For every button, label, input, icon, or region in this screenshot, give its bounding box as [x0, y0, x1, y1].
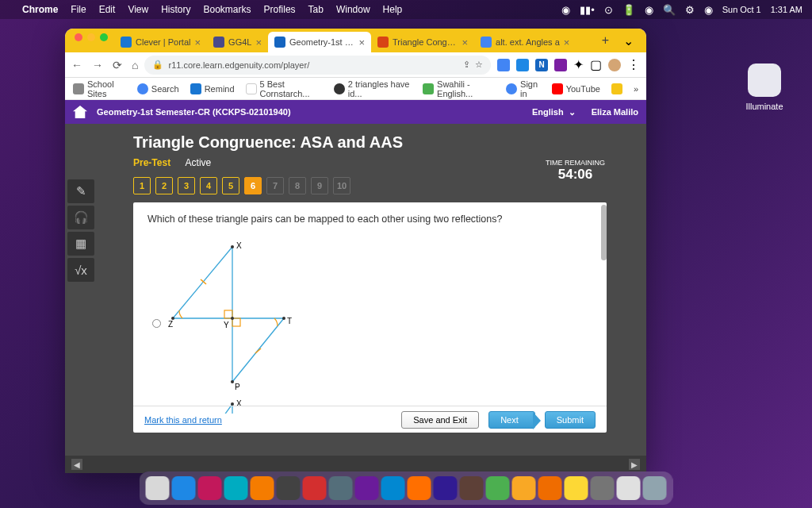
menu-view[interactable]: View: [128, 4, 148, 15]
menu-help[interactable]: Help: [383, 4, 403, 15]
bookmark-item[interactable]: YouTube: [552, 83, 600, 94]
control-center-icon[interactable]: ⚙: [685, 4, 695, 16]
dock-app[interactable]: [146, 476, 170, 500]
dock-app[interactable]: [198, 476, 222, 500]
question-number-10[interactable]: 10: [333, 177, 350, 194]
question-number-3[interactable]: 3: [178, 177, 195, 194]
close-tab-icon[interactable]: ×: [255, 37, 262, 48]
next-arrow[interactable]: ▶: [629, 459, 640, 470]
next-button[interactable]: Next: [488, 411, 535, 429]
address-bar[interactable]: 🔒 r11.core.learn.edgenuity.com/player/ ⇪…: [144, 56, 491, 75]
close-tab-icon[interactable]: ×: [358, 37, 365, 48]
close-tab-icon[interactable]: ×: [462, 37, 468, 48]
question-number-6[interactable]: 6: [244, 177, 262, 194]
menu-edit[interactable]: Edit: [99, 4, 116, 15]
menu-window[interactable]: Window: [336, 4, 370, 15]
reload-button[interactable]: ⟳: [113, 59, 122, 71]
dock-app[interactable]: [565, 476, 588, 500]
bookmark-item[interactable]: 2 triangles have id...: [334, 79, 412, 98]
new-tab-button[interactable]: +: [594, 33, 617, 48]
extension-icon[interactable]: [516, 59, 529, 71]
minimize-window-button[interactable]: [87, 33, 95, 41]
dock-app[interactable]: [643, 476, 667, 500]
menu-profiles[interactable]: Profiles: [264, 4, 296, 15]
home-button[interactable]: ⌂: [132, 59, 138, 71]
bookmark-item[interactable]: [611, 83, 622, 94]
maximize-window-button[interactable]: [100, 33, 108, 41]
browser-tab[interactable]: Clever | Portal×: [114, 32, 207, 52]
browser-tab[interactable]: Triangle Congrue×: [371, 32, 474, 52]
dock-app[interactable]: [434, 476, 458, 500]
question-number-2[interactable]: 2: [155, 177, 173, 194]
dock-app[interactable]: [303, 476, 327, 500]
save-exit-button[interactable]: Save and Exit: [401, 411, 479, 429]
dock-app[interactable]: [172, 476, 196, 500]
browser-tab[interactable]: Geometry-1st Se×: [268, 32, 371, 52]
screen-mirror-icon[interactable]: ⊙: [604, 4, 613, 16]
close-window-button[interactable]: [75, 33, 82, 41]
app-name[interactable]: Chrome: [22, 4, 58, 15]
close-tab-icon[interactable]: ×: [564, 37, 570, 48]
dock-app[interactable]: [617, 476, 641, 500]
question-number-9[interactable]: 9: [311, 177, 328, 194]
menubar-time[interactable]: 1:31 AM: [771, 5, 802, 14]
dock-app[interactable]: [512, 476, 536, 500]
formula-tool[interactable]: √x: [67, 258, 94, 282]
bookmark-item[interactable]: School Sites: [73, 79, 126, 98]
menu-tab[interactable]: Tab: [308, 4, 324, 15]
extension-icon[interactable]: [497, 59, 510, 71]
bookmark-item[interactable]: Remind: [190, 83, 235, 94]
wifi-icon[interactable]: ◉: [645, 4, 653, 16]
bookmark-item[interactable]: Search: [137, 83, 179, 94]
menu-bookmarks[interactable]: Bookmarks: [204, 4, 251, 15]
question-number-7[interactable]: 7: [266, 177, 284, 194]
dock-app[interactable]: [486, 476, 510, 500]
dock-app[interactable]: [277, 476, 301, 500]
browser-tab[interactable]: alt. ext. Angles a×: [474, 32, 576, 52]
question-number-1[interactable]: 1: [133, 177, 151, 194]
question-number-8[interactable]: 8: [289, 177, 306, 194]
forward-button[interactable]: →: [92, 59, 103, 71]
menubar-date[interactable]: Sun Oct 1: [722, 5, 761, 14]
extension-icon[interactable]: [554, 59, 567, 71]
pencil-tool[interactable]: ✎: [67, 179, 94, 203]
language-selector[interactable]: English⌄: [532, 107, 576, 117]
submit-button[interactable]: Submit: [545, 411, 596, 429]
reading-list-icon[interactable]: ▢: [590, 57, 602, 72]
back-button[interactable]: ←: [71, 59, 82, 71]
extensions-menu-icon[interactable]: ✦: [573, 57, 584, 72]
menu-file[interactable]: File: [71, 4, 86, 15]
calculator-tool[interactable]: ▦: [67, 232, 94, 256]
dock-app[interactable]: [460, 476, 484, 500]
dock-app[interactable]: [224, 476, 248, 500]
close-tab-icon[interactable]: ×: [195, 37, 201, 48]
mark-and-return-link[interactable]: Mark this and return: [144, 415, 222, 425]
dock-app[interactable]: [408, 476, 431, 500]
dock-app[interactable]: [591, 476, 615, 500]
dock-app[interactable]: [355, 476, 379, 500]
dock-app[interactable]: [251, 476, 274, 500]
user-name[interactable]: Eliza Malilo: [592, 107, 638, 117]
profile-avatar[interactable]: [608, 59, 621, 71]
dock-app[interactable]: [538, 476, 562, 500]
browser-tab[interactable]: GG4L×: [207, 32, 268, 52]
question-number-4[interactable]: 4: [200, 177, 217, 194]
bookmark-item[interactable]: Sign in: [506, 79, 541, 98]
bookmarks-overflow[interactable]: »: [634, 84, 638, 94]
dock-app[interactable]: [381, 476, 405, 500]
search-icon[interactable]: 🔍: [663, 4, 676, 16]
share-icon[interactable]: ⇪: [463, 60, 470, 70]
question-number-5[interactable]: 5: [222, 177, 239, 194]
star-icon[interactable]: ☆: [475, 60, 483, 70]
record-icon[interactable]: ◉: [561, 4, 570, 16]
prev-arrow[interactable]: ◀: [71, 459, 82, 470]
desktop-app-illuminate[interactable]: Illuminate: [741, 64, 788, 111]
menu-history[interactable]: History: [161, 4, 190, 15]
siri-icon[interactable]: ◉: [704, 4, 713, 16]
bookmark-item[interactable]: Swahili - English...: [423, 79, 495, 98]
tab-overflow-button[interactable]: ⌄: [617, 33, 640, 48]
battery-icon[interactable]: 🔋: [622, 4, 635, 16]
extension-icon[interactable]: N: [535, 59, 548, 71]
pause-icon[interactable]: ▮▮•: [580, 4, 595, 16]
home-icon[interactable]: [73, 106, 87, 118]
